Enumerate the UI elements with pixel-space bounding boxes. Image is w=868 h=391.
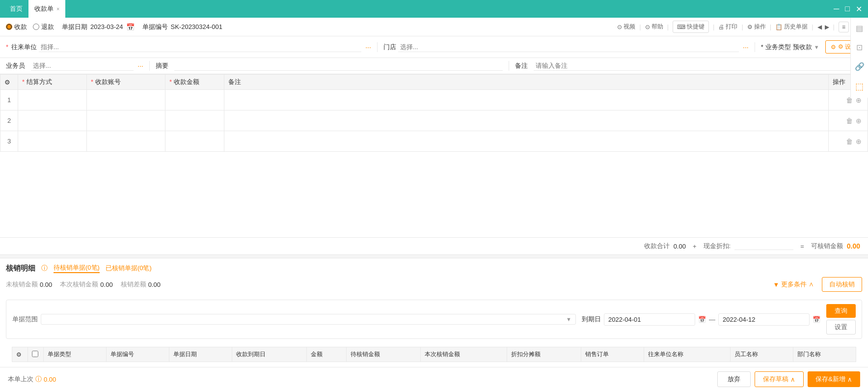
tab-close-icon[interactable]: ×	[56, 6, 59, 12]
verify-diff-field: 核销差额 0.00	[121, 280, 161, 289]
select-all-checkbox[interactable]	[32, 351, 38, 357]
win-max-icon[interactable]: □	[843, 3, 852, 14]
query-button[interactable]: 查询	[826, 304, 856, 318]
doc-range-select[interactable]: ▼	[41, 314, 576, 325]
filter-buttons: 查询 设置	[826, 304, 856, 335]
history-btn[interactable]: 📋 历史单据	[775, 23, 808, 31]
row-3-copy-icon[interactable]: ⊕	[856, 138, 862, 145]
biz-type-value: 预收款	[793, 43, 812, 52]
bottom-col-doccode: 单据编号	[107, 347, 169, 362]
date-from-cal-icon[interactable]: 📅	[698, 316, 706, 323]
done-verify-tab[interactable]: 已核销单据(0笔)	[106, 264, 152, 273]
date-from-input[interactable]	[604, 313, 695, 326]
win-close-icon[interactable]: ✕	[854, 3, 864, 15]
uncleared-value: 0.00	[40, 281, 52, 288]
total-label: 收款合计	[644, 242, 670, 251]
print-icon: 🖨	[718, 24, 724, 30]
bottom-col-doctype: 单据类型	[44, 347, 107, 362]
footer-buttons: 放弃 保存草稿 ∧ 保存&新增 ∧	[717, 371, 860, 387]
receipt-radio[interactable]: 收款	[6, 23, 27, 31]
save-new-arrow-icon: ∧	[847, 376, 852, 383]
nav-next-icon[interactable]: ▶	[825, 24, 829, 30]
row-3-delete-icon[interactable]: 🗑	[846, 138, 853, 145]
nav-prev-icon[interactable]: ◀	[817, 24, 822, 30]
counterparty-input[interactable]	[39, 42, 361, 52]
row-1-amount[interactable]	[165, 90, 224, 111]
view-list-icon[interactable]: ≡	[839, 22, 849, 32]
row-2-amount[interactable]	[165, 111, 224, 131]
form-row-2: 业务员 ··· 摘要 备注	[0, 58, 868, 74]
row-3-actions: 🗑 ⊕	[829, 131, 868, 152]
more-conditions-btn[interactable]: ▼ 更多条件 ∧	[773, 280, 814, 289]
store-more-icon[interactable]: ···	[743, 43, 749, 51]
date-to-input[interactable]	[718, 313, 810, 326]
save-draft-button[interactable]: 保存草稿 ∧	[755, 371, 804, 387]
doc-range-field: 单据范围 ▼	[12, 314, 576, 325]
sidebar-icon-3[interactable]: 🔗	[853, 60, 867, 73]
remark-input[interactable]	[534, 61, 862, 71]
shortcut-btn[interactable]: ⌨ 快捷键	[673, 21, 709, 33]
top-navigation: 首页 收款单 × ─ □ ✕	[0, 0, 868, 18]
remark-field: 备注	[515, 61, 862, 71]
bottom-col-employee: 员工名称	[730, 347, 793, 362]
bottom-col-dept: 部门名称	[793, 347, 856, 362]
receipt-tab[interactable]: 收款单 ×	[28, 0, 65, 18]
date-range-field: 到期日 📅 — 📅	[582, 313, 820, 326]
bottom-table-header: ⚙ 单据类型 单据编号 单据日期 收款到期日 金额 待核销金额 本次核销金额 折…	[12, 347, 856, 362]
sidebar-icon-2[interactable]: ⊡	[854, 41, 865, 54]
store-input[interactable]	[398, 42, 739, 52]
doc-date-cal-icon[interactable]: 📅	[126, 23, 135, 31]
table-row: 1 🗑 ⊕	[0, 90, 868, 111]
row-3-settlement[interactable]	[18, 131, 87, 152]
video-btn[interactable]: ⊙ 视频	[617, 23, 635, 31]
row-2-account[interactable]	[87, 111, 165, 131]
row-1-settlement[interactable]	[18, 90, 87, 111]
print-btn[interactable]: 🖨 打印	[718, 23, 737, 31]
filter-settings-button[interactable]: 设置	[826, 320, 856, 335]
salesman-input[interactable]	[31, 61, 134, 71]
can-verify-value: 0.00	[847, 242, 860, 250]
discount-input[interactable]	[734, 242, 793, 250]
save-draft-arrow-icon: ∧	[790, 376, 795, 383]
row-1-account[interactable]	[87, 90, 165, 111]
right-sidebar: ▤ ⊡ 🔗 ⬚	[850, 18, 868, 98]
summary-input[interactable]	[174, 61, 503, 71]
row-2-delete-icon[interactable]: 🗑	[846, 117, 853, 125]
row-2-copy-icon[interactable]: ⊕	[856, 117, 862, 125]
help-btn[interactable]: ⊙ 帮助	[645, 23, 663, 31]
receipt-table: ⚙ * 结算方式 * 收款账号 * 收款金额 备注 操作	[0, 74, 868, 152]
counterparty-more-icon[interactable]: ···	[365, 43, 371, 51]
salesman-field: 业务员 ···	[6, 61, 143, 71]
bottom-col-amount: 金额	[306, 347, 346, 362]
date-to-cal-icon[interactable]: 📅	[813, 316, 820, 323]
row-3-amount[interactable]	[165, 131, 224, 152]
abandon-button[interactable]: 放弃	[717, 371, 751, 387]
operate-btn[interactable]: ⚙ 操作	[747, 23, 766, 31]
sidebar-icon-1[interactable]: ▤	[854, 22, 865, 35]
bottom-col-docdate: 单据日期	[169, 347, 232, 362]
footer-current-value: 0.00	[44, 376, 56, 383]
refund-radio[interactable]: 退款	[33, 23, 54, 31]
pending-verify-tab[interactable]: 待核销单据(0笔)	[54, 263, 100, 273]
bottom-col-settings[interactable]: ⚙	[12, 347, 28, 362]
discount-label: 现金折扣:	[704, 242, 731, 251]
win-min-icon[interactable]: ─	[832, 3, 841, 14]
row-1-remark[interactable]	[224, 90, 829, 111]
biz-type-select[interactable]: 预收款 ▼	[793, 43, 819, 52]
table-settings-col[interactable]: ⚙	[0, 75, 18, 90]
row-3-account[interactable]	[87, 131, 165, 152]
auto-verify-button[interactable]: 自动核销	[822, 277, 862, 292]
footer-info-icon[interactable]: ⓘ	[35, 375, 42, 384]
save-new-button[interactable]: 保存&新增 ∧	[808, 371, 860, 387]
sidebar-icon-4[interactable]: ⬚	[853, 79, 866, 94]
home-tab[interactable]: 首页	[4, 0, 28, 18]
verify-info-icon[interactable]: ⓘ	[41, 264, 48, 273]
row-2-remark[interactable]	[224, 111, 829, 131]
salesman-more-icon[interactable]: ···	[137, 62, 143, 70]
row-3-remark[interactable]	[224, 131, 829, 152]
video-icon: ⊙	[617, 24, 622, 30]
row-2-settlement[interactable]	[18, 111, 87, 131]
tab-label: 收款单	[34, 4, 54, 13]
bottom-settings-icon: ⚙	[16, 351, 22, 358]
bottom-col-pending: 待核销金额	[346, 347, 421, 362]
